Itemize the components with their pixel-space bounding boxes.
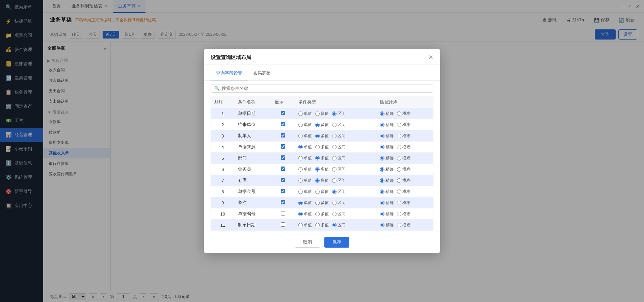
condition-type-option-多值[interactable]: 多值 xyxy=(315,189,329,195)
condition-type-option-多值[interactable]: 多值 xyxy=(315,111,329,117)
condition-type-option-区间[interactable]: 区间 xyxy=(332,144,346,150)
show-checkbox[interactable] xyxy=(281,189,285,193)
cell-match: 精确模糊 xyxy=(377,108,433,119)
show-checkbox[interactable] xyxy=(281,211,285,216)
condition-type-option-多值[interactable]: 多值 xyxy=(315,222,329,228)
match-option-精确[interactable]: 精确 xyxy=(380,167,394,172)
cell-name: 备注 xyxy=(235,197,271,208)
condition-type-option-多值[interactable]: 多值 xyxy=(315,167,329,172)
cell-order: 1 xyxy=(211,108,235,119)
cell-name: 制单人 xyxy=(235,130,271,142)
cell-condition-type: 单值多值区间 xyxy=(295,186,377,197)
match-option-精确[interactable]: 精确 xyxy=(380,211,394,217)
search-input[interactable] xyxy=(222,86,430,91)
table-row: 9备注单值多值区间精确模糊 xyxy=(211,197,433,208)
cancel-button[interactable]: 取消 xyxy=(295,237,320,248)
cell-name: 单据金额 xyxy=(235,186,271,197)
match-option-模糊[interactable]: 模糊 xyxy=(397,167,410,172)
match-option-精确[interactable]: 精确 xyxy=(380,178,394,183)
match-option-模糊[interactable]: 模糊 xyxy=(397,200,410,206)
cell-name: 部门 xyxy=(235,153,271,164)
show-checkbox[interactable] xyxy=(281,111,285,115)
match-option-精确[interactable]: 精确 xyxy=(380,155,394,161)
match-option-精确[interactable]: 精确 xyxy=(380,222,394,228)
condition-type-option-区间[interactable]: 区间 xyxy=(332,133,346,139)
condition-type-option-多值[interactable]: 多值 xyxy=(315,155,329,161)
cell-show xyxy=(271,186,295,197)
show-checkbox[interactable] xyxy=(281,155,285,160)
match-option-模糊[interactable]: 模糊 xyxy=(397,144,410,150)
modal-tab-query-fields[interactable]: 查询字段设置 xyxy=(211,68,248,80)
condition-type-option-单值[interactable]: 单值 xyxy=(298,122,312,128)
condition-type-option-单值[interactable]: 单值 xyxy=(298,178,312,183)
modal-header: 设置查询区域布局 ✕ xyxy=(204,49,440,65)
condition-type-option-多值[interactable]: 多值 xyxy=(315,178,329,183)
condition-type-option-区间[interactable]: 区间 xyxy=(332,167,346,172)
condition-type-option-区间[interactable]: 区间 xyxy=(332,189,346,195)
match-option-精确[interactable]: 精确 xyxy=(380,189,394,195)
save-button[interactable]: 保存 xyxy=(324,237,349,248)
condition-type-option-区间[interactable]: 区间 xyxy=(332,200,346,206)
cell-condition-type: 单值多值区间 xyxy=(295,108,377,119)
condition-type-option-多值[interactable]: 多值 xyxy=(315,211,329,217)
match-option-模糊[interactable]: 模糊 xyxy=(397,155,410,161)
condition-type-option-单值[interactable]: 单值 xyxy=(298,211,312,217)
condition-type-option-单值[interactable]: 单值 xyxy=(298,222,312,228)
condition-type-option-区间[interactable]: 区间 xyxy=(332,122,346,128)
match-option-精确[interactable]: 精确 xyxy=(380,133,394,139)
col-name: 条件名称 xyxy=(235,96,271,108)
col-condition-type: 条件类型 xyxy=(295,96,377,108)
match-option-模糊[interactable]: 模糊 xyxy=(397,122,410,128)
show-checkbox[interactable] xyxy=(281,133,285,137)
cell-show xyxy=(271,142,295,153)
cell-order: 8 xyxy=(211,186,235,197)
settings-modal: 设置查询区域布局 ✕ 查询字段设置 布局调整 🔍 顺序 xyxy=(204,49,440,253)
condition-type-option-单值[interactable]: 单值 xyxy=(298,200,312,206)
condition-type-option-多值[interactable]: 多值 xyxy=(315,122,329,128)
condition-type-option-多值[interactable]: 多值 xyxy=(315,144,329,150)
show-checkbox[interactable] xyxy=(281,122,285,126)
condition-type-option-单值[interactable]: 单值 xyxy=(298,189,312,195)
table-row: 6业务员单值多值区间精确模糊 xyxy=(211,164,433,175)
condition-type-option-区间[interactable]: 区间 xyxy=(332,222,346,228)
condition-type-option-单值[interactable]: 单值 xyxy=(298,155,312,161)
match-option-模糊[interactable]: 模糊 xyxy=(397,222,410,228)
match-option-精确[interactable]: 精确 xyxy=(380,111,394,117)
cell-show xyxy=(271,208,295,220)
condition-type-option-区间[interactable]: 区间 xyxy=(332,155,346,161)
match-option-模糊[interactable]: 模糊 xyxy=(397,189,410,195)
condition-type-option-单值[interactable]: 单值 xyxy=(298,111,312,117)
show-checkbox[interactable] xyxy=(281,144,285,149)
show-checkbox[interactable] xyxy=(281,200,285,204)
match-option-精确[interactable]: 精确 xyxy=(380,122,394,128)
condition-type-option-区间[interactable]: 区间 xyxy=(332,211,346,217)
condition-type-option-区间[interactable]: 区间 xyxy=(332,178,346,183)
match-option-精确[interactable]: 精确 xyxy=(380,144,394,150)
table-row: 11制单日期单值多值区间精确模糊 xyxy=(211,220,433,231)
cell-condition-type: 单值多值区间 xyxy=(295,197,377,208)
match-option-模糊[interactable]: 模糊 xyxy=(397,211,410,217)
modal-tab-layout[interactable]: 布局调整 xyxy=(248,68,276,80)
condition-type-option-单值[interactable]: 单值 xyxy=(298,133,312,139)
show-checkbox[interactable] xyxy=(281,167,285,171)
match-option-模糊[interactable]: 模糊 xyxy=(397,111,410,117)
match-option-模糊[interactable]: 模糊 xyxy=(397,178,410,183)
condition-type-option-多值[interactable]: 多值 xyxy=(315,200,329,206)
match-option-模糊[interactable]: 模糊 xyxy=(397,133,410,139)
modal-close-button[interactable]: ✕ xyxy=(428,54,433,61)
condition-type-option-区间[interactable]: 区间 xyxy=(332,111,346,117)
cell-name: 单据来源 xyxy=(235,142,271,153)
cell-match: 精确模糊 xyxy=(377,220,433,231)
match-option-精确[interactable]: 精确 xyxy=(380,200,394,206)
condition-type-option-单值[interactable]: 单值 xyxy=(298,167,312,172)
table-row: 5部门单值多值区间精确模糊 xyxy=(211,153,433,164)
cell-match: 精确模糊 xyxy=(377,197,433,208)
condition-type-option-多值[interactable]: 多值 xyxy=(315,133,329,139)
condition-type-option-单值[interactable]: 单值 xyxy=(298,144,312,150)
cell-order: 6 xyxy=(211,164,235,175)
cell-name: 业务员 xyxy=(235,164,271,175)
cell-match: 精确模糊 xyxy=(377,130,433,142)
cell-match: 精确模糊 xyxy=(377,208,433,220)
show-checkbox[interactable] xyxy=(281,222,285,227)
show-checkbox[interactable] xyxy=(281,178,285,182)
